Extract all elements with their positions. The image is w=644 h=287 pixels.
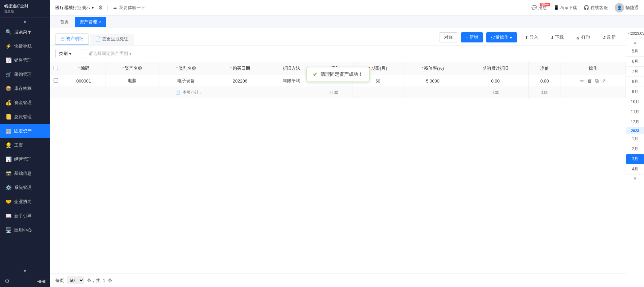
select-all-cell[interactable] bbox=[50, 62, 62, 75]
sidebar-item-apps[interactable]: 🖥️ 应用中心 bbox=[0, 223, 50, 237]
month-6[interactable]: 6月 bbox=[626, 57, 644, 67]
sidebar-item-label: 快捷导航 bbox=[14, 43, 32, 49]
month-7[interactable]: 7月 bbox=[626, 67, 644, 77]
company-selector[interactable]: 医疗器械行业演示 ▾ bbox=[55, 5, 94, 11]
sidebar-item-funds[interactable]: 💰 资金管理 bbox=[0, 96, 50, 110]
content-area: ☰ 资产明细 📄 变更生成凭证 对账 + 新增 批量操作 ▾ bbox=[50, 28, 644, 287]
month-3[interactable]: 3月 bbox=[626, 154, 644, 164]
subtotal-label-cell: 📄 本页小计： bbox=[62, 87, 316, 98]
subtotal-icon: 📄 bbox=[175, 90, 180, 95]
delete-icon[interactable]: 🗑 bbox=[587, 78, 592, 84]
user-profile[interactable]: 👤 畅捷通 bbox=[615, 3, 639, 12]
company-dropdown-icon: ▾ bbox=[92, 5, 94, 10]
subtotal-label: 本页小计： bbox=[183, 90, 203, 95]
subtotal-original: 0.00 bbox=[316, 87, 352, 98]
select-all-checkbox[interactable] bbox=[54, 66, 58, 70]
sidebar-item-ledger[interactable]: 📒 总账管理 bbox=[0, 110, 50, 124]
tab-close-button[interactable]: × bbox=[99, 20, 101, 24]
reconcile-button[interactable]: 对账 bbox=[439, 32, 458, 42]
tab-asset-management[interactable]: 资产管理 × bbox=[75, 17, 106, 27]
success-toast: ✔ 清理固定资产成功！ bbox=[306, 67, 369, 82]
edit-icon[interactable]: ✏ bbox=[580, 78, 585, 84]
refresh-button[interactable]: ↺ 刷新 bbox=[597, 33, 620, 42]
sidebar-item-payroll[interactable]: 👷 工资 bbox=[0, 138, 50, 152]
sidebar-item-sales[interactable]: 📈 销售管理 bbox=[0, 53, 50, 67]
main-area: 医疗器械行业演示 ▾ ⚙ | ☁ 我要体验一下 💬 消息 99+ 📱 App下载… bbox=[50, 0, 644, 287]
row-checkbox-cell[interactable] bbox=[50, 75, 62, 87]
cell-category: 电子设备 bbox=[159, 75, 213, 87]
cell-purchase-date: 202206 bbox=[213, 75, 267, 87]
category-value-select[interactable]: 请选择固定资产类别 ▾ bbox=[85, 49, 152, 58]
month-9[interactable]: 9月 bbox=[626, 87, 644, 97]
sidebar-item-operations[interactable]: 📊 经营管理 bbox=[0, 152, 50, 166]
sidebar-item-label: 搜索菜单 bbox=[14, 29, 32, 35]
sidebar-item-purchase[interactable]: 🛒 采购管理 bbox=[0, 67, 50, 82]
sidebar-item-inventory[interactable]: 📦 库存核算 bbox=[0, 82, 50, 96]
sidebar: 畅捷通好业财 普及版 ▲ 🔍 搜索菜单 ⚡ 快捷导航 📈 销售管理 🛒 采购管理… bbox=[0, 0, 50, 287]
customer-service-button[interactable]: 🎧 在线客服 bbox=[584, 5, 608, 11]
experience-button[interactable]: ☁ 我要体验一下 bbox=[113, 5, 145, 11]
sidebar-item-fixed-assets[interactable]: 🏢 固定资产 bbox=[0, 124, 50, 138]
sidebar-item-guide[interactable]: 📖 新手引导 bbox=[0, 209, 50, 223]
app-download-button[interactable]: 📱 App下载 bbox=[554, 5, 577, 11]
cell-residual-rate: 5.0000 bbox=[403, 75, 462, 87]
col-net-value: 净值 bbox=[529, 62, 560, 75]
months-after: 1月 2月 3月 4月 bbox=[626, 134, 644, 174]
sidebar-item-basics[interactable]: 🗃️ 基础信息 bbox=[0, 166, 50, 181]
per-page-label: 每页 bbox=[55, 278, 64, 284]
right-panel-title: 2023.03 bbox=[631, 31, 644, 35]
per-page-select[interactable]: 50 100 bbox=[67, 277, 84, 284]
filter-bar: 类别 ▾ 请选择固定资产类别 ▾ bbox=[50, 45, 626, 62]
messages-button[interactable]: 💬 消息 99+ bbox=[531, 5, 547, 11]
sidebar-scroll-down[interactable]: ▼ bbox=[0, 267, 50, 275]
download-button[interactable]: ⬇ 下载 bbox=[546, 33, 569, 42]
sidebar-scroll-up[interactable]: ▲ bbox=[0, 18, 50, 25]
sidebar-item-collaboration[interactable]: 🤝 企业协同 bbox=[0, 195, 50, 209]
toast-message: 清理固定资产成功！ bbox=[320, 71, 363, 77]
user-name: 畅捷通 bbox=[625, 5, 639, 11]
right-panel-header: ◁ 2023.03 ▷ bbox=[626, 28, 644, 38]
batch-label: 批量操作 bbox=[491, 34, 509, 40]
month-2[interactable]: 2月 bbox=[626, 144, 644, 154]
category-select[interactable]: 类别 ▾ bbox=[55, 49, 82, 58]
tab-home[interactable]: 首页 bbox=[55, 17, 73, 27]
system-icon: ⚙️ bbox=[5, 185, 11, 191]
tab-change-voucher[interactable]: 📄 变更生成凭证 bbox=[90, 34, 133, 44]
sales-icon: 📈 bbox=[5, 57, 11, 63]
month-1[interactable]: 1月 bbox=[626, 134, 644, 144]
sidebar-item-label: 固定资产 bbox=[14, 128, 32, 134]
sidebar-item-search[interactable]: 🔍 搜索菜单 bbox=[0, 25, 50, 39]
total-count: 1 bbox=[103, 278, 105, 283]
right-panel-expand-icon[interactable]: ◁ bbox=[628, 31, 631, 35]
tab-asset-detail[interactable]: ☰ 资产明细 bbox=[55, 33, 89, 44]
more-icon[interactable]: ↗ bbox=[602, 78, 606, 84]
import-button[interactable]: ⬆ 导入 bbox=[520, 33, 543, 42]
print-button[interactable]: 🖨 打印 bbox=[571, 33, 595, 42]
sidebar-item-quick-nav[interactable]: ⚡ 快捷导航 bbox=[0, 39, 50, 53]
month-5[interactable]: 5月 bbox=[626, 46, 644, 57]
app-logo: 畅捷通好业财 普及版 bbox=[0, 0, 50, 18]
month-scroll-down[interactable]: ▼ bbox=[626, 174, 644, 183]
sidebar-item-label: 总账管理 bbox=[14, 114, 32, 120]
month-4[interactable]: 4月 bbox=[626, 164, 644, 174]
sidebar-item-system[interactable]: ⚙️ 系统管理 bbox=[0, 181, 50, 195]
col-purchase-date: *购买日期 bbox=[213, 62, 267, 75]
settings-icon[interactable]: ⚙ bbox=[98, 4, 103, 11]
month-12[interactable]: 12月 bbox=[626, 117, 644, 127]
settings-icon[interactable]: ⚙ bbox=[5, 278, 9, 284]
new-button[interactable]: + 新增 bbox=[461, 32, 483, 42]
subtotal-net: 0.00 bbox=[529, 87, 560, 98]
month-scroll-up[interactable]: ▲ bbox=[626, 38, 644, 46]
month-10[interactable]: 10月 bbox=[626, 97, 644, 107]
sidebar-item-label: 资金管理 bbox=[14, 100, 32, 106]
batch-button[interactable]: 批量操作 ▾ bbox=[486, 32, 517, 42]
month-11[interactable]: 11月 bbox=[626, 107, 644, 117]
category-value-dropdown-icon: ▾ bbox=[129, 51, 132, 56]
row-checkbox[interactable] bbox=[54, 78, 58, 83]
print-label: 打印 bbox=[581, 34, 590, 40]
fixed-assets-icon: 🏢 bbox=[5, 128, 11, 134]
copy-icon[interactable]: ⧉ bbox=[595, 78, 599, 84]
collapse-icon[interactable]: ◀◀ bbox=[37, 278, 45, 284]
sidebar-bottom: ⚙ ◀◀ bbox=[0, 275, 50, 287]
month-8[interactable]: 8月 bbox=[626, 77, 644, 87]
